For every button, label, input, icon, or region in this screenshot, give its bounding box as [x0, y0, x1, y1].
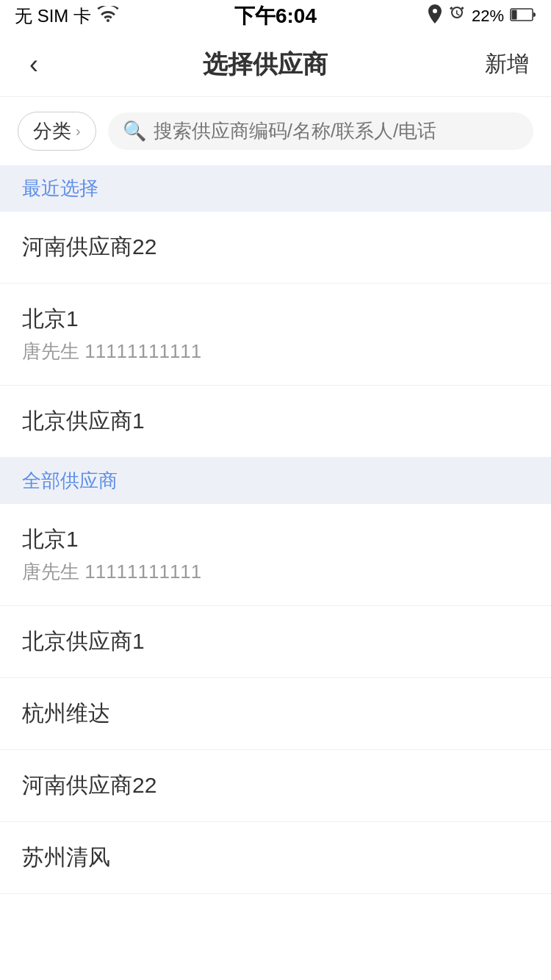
svg-rect-1	[512, 10, 517, 20]
all-items-list: 北京1唐先生 11111111111北京供应商1杭州维达河南供应商22苏州清风	[0, 504, 551, 894]
item-sub: 唐先生 11111111111	[22, 339, 529, 364]
all-section-header: 全部供应商	[0, 458, 551, 504]
carrier-label: 无 SIM 卡	[15, 4, 91, 28]
recent-items-list: 河南供应商22北京1唐先生 11111111111北京供应商1	[0, 212, 551, 458]
status-right: 22%	[428, 4, 536, 28]
item-name: 杭州维达	[22, 699, 529, 729]
item-sub: 唐先生 11111111111	[22, 559, 529, 585]
item-name: 北京1	[22, 304, 529, 334]
add-button[interactable]: 新增	[485, 49, 529, 79]
search-input-wrapper: 🔍	[108, 112, 533, 150]
chevron-right-icon: ›	[76, 123, 81, 140]
location-icon	[428, 4, 442, 28]
list-item[interactable]: 北京1唐先生 11111111111	[0, 504, 551, 606]
search-bar: 分类 › 🔍	[0, 97, 551, 165]
item-name: 河南供应商22	[22, 771, 529, 801]
recent-section-header: 最近选择	[0, 165, 551, 212]
alarm-icon	[448, 5, 466, 27]
list-item[interactable]: 杭州维达	[0, 678, 551, 750]
back-button[interactable]: ‹	[22, 42, 46, 87]
status-time: 下午6:04	[234, 2, 317, 30]
list-item[interactable]: 北京供应商1	[0, 386, 551, 458]
battery-label: 22%	[472, 7, 504, 26]
list-item[interactable]: 河南供应商22	[0, 212, 551, 284]
status-left: 无 SIM 卡	[15, 4, 119, 28]
list-item[interactable]: 河南供应商22	[0, 750, 551, 822]
item-name: 北京供应商1	[22, 406, 529, 436]
item-name: 北京供应商1	[22, 627, 529, 657]
page-title: 选择供应商	[203, 48, 328, 82]
list-item[interactable]: 北京1唐先生 11111111111	[0, 284, 551, 386]
status-bar: 无 SIM 卡 下午6:04 22%	[0, 0, 551, 32]
item-name: 苏州清风	[22, 843, 529, 873]
recent-section-label: 最近选择	[22, 177, 98, 199]
all-section-label: 全部供应商	[22, 469, 118, 491]
battery-icon	[510, 7, 536, 26]
category-button[interactable]: 分类 ›	[18, 112, 96, 151]
list-item[interactable]: 北京供应商1	[0, 606, 551, 678]
search-icon: 🔍	[123, 120, 146, 143]
item-name: 河南供应商22	[22, 232, 529, 262]
category-label: 分类	[33, 118, 71, 144]
wifi-icon	[97, 6, 119, 26]
list-item[interactable]: 苏州清风	[0, 822, 551, 894]
item-name: 北京1	[22, 525, 529, 555]
search-input[interactable]	[154, 120, 519, 143]
nav-bar: ‹ 选择供应商 新增	[0, 32, 551, 97]
